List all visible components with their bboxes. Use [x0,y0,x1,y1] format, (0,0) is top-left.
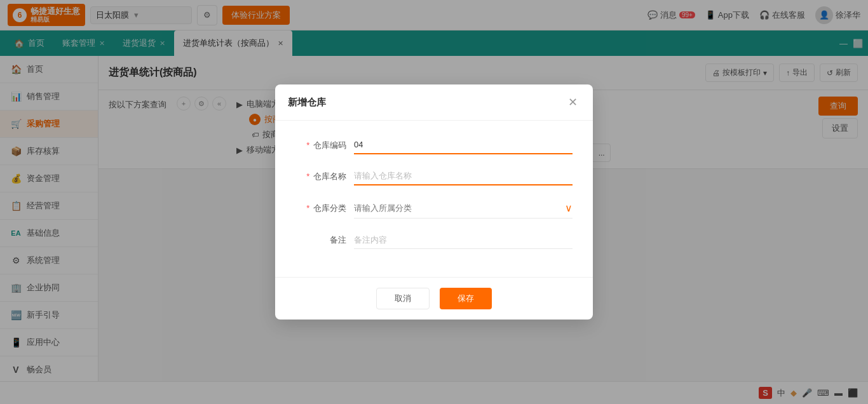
note-input[interactable] [354,231,573,249]
modal-overlay[interactable]: 新增仓库 ✕ * 仓库编码 * 仓库名称 [0,0,868,404]
form-row-category: * 仓库分类 ∨ [295,198,573,219]
category-select[interactable]: ∨ [354,198,573,219]
cancel-button[interactable]: 取消 [376,288,430,309]
category-label: * 仓库分类 [295,203,346,214]
required-star: * [306,140,309,150]
modal-header: 新增仓库 ✕ [275,84,593,121]
modal-body: * 仓库编码 * 仓库名称 * 仓库分类 [275,121,593,277]
form-row-code: * 仓库编码 [295,136,573,154]
modal-footer: 取消 保存 [275,277,593,320]
modal-title: 新增仓库 [288,97,326,109]
required-star: * [306,172,309,181]
save-button[interactable]: 保存 [440,288,492,309]
modal-new-warehouse: 新增仓库 ✕ * 仓库编码 * 仓库名称 [275,84,593,320]
chevron-down-icon: ∨ [565,202,573,214]
code-label: * 仓库编码 [295,140,346,151]
form-row-name: * 仓库名称 [295,167,573,185]
note-label: 备注 [295,234,346,246]
required-star: * [306,203,309,213]
code-input[interactable] [354,136,573,154]
form-row-note: 备注 [295,231,573,249]
category-input[interactable] [354,203,565,213]
close-button[interactable]: ✕ [565,95,580,110]
name-input[interactable] [354,167,573,185]
name-label: * 仓库名称 [295,171,346,182]
